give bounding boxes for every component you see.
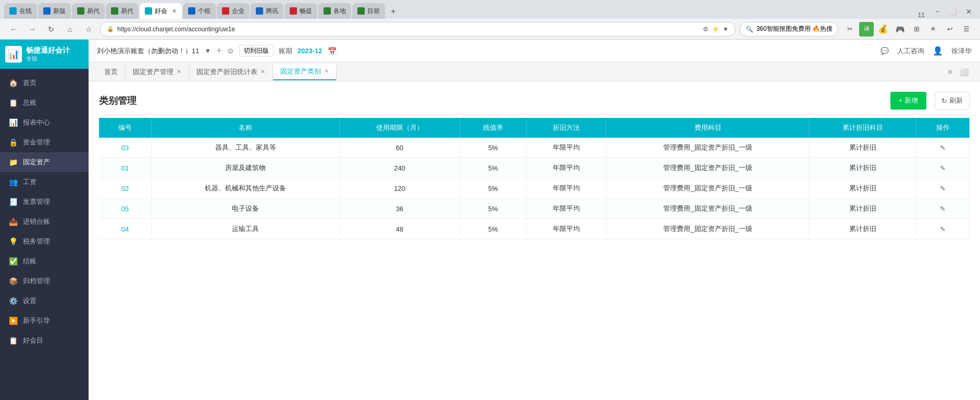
app-tab-depreciation[interactable]: 固定资产折旧统计表 ✕ <box>189 64 273 80</box>
nav-logo: 📊 畅捷通好会计 专版 <box>0 40 89 69</box>
nav-item-closing[interactable]: ✅ 结账 <box>0 251 89 271</box>
tab-favicon-online <box>9 7 17 15</box>
top-bar: 刘小艳演示账套（勿删勿动！）11 ▼ + ⚙ 切到旧版 账期 2023-12 📅… <box>89 40 980 63</box>
app-tab-assets-mgmt[interactable]: 固定资产管理 ✕ <box>126 64 189 80</box>
nav-item-reports[interactable]: 📊 报表中心 <box>0 113 89 132</box>
tab-favicon-gedi <box>324 7 331 15</box>
search-box[interactable]: 🔍 360智能抠图免费用 🔥热搜 <box>740 22 838 37</box>
minimize-button[interactable]: − <box>930 4 945 19</box>
menu-icon[interactable]: ☰ <box>959 22 974 37</box>
archive-nav-icon: 📦 <box>8 276 18 286</box>
header-actions: + 新增 ↻ 刷新 <box>890 92 970 110</box>
calendar-icon[interactable]: 📅 <box>328 47 337 55</box>
url-bar[interactable]: 🔒 https://cloud.chanjet.com/accounting/u… <box>100 22 736 37</box>
main-content: 类别管理 + 新增 ↻ 刷新 编号 名称 使用期限（月） 残值率 <box>89 81 980 400</box>
browser-tab-changt[interactable]: 畅提 <box>284 3 317 19</box>
nav-item-haohui[interactable]: 📋 好会目 <box>0 331 89 350</box>
forward-button[interactable]: → <box>25 22 40 37</box>
new-tab-button[interactable]: + <box>386 4 401 19</box>
nav-item-ledger[interactable]: 📋 总账 <box>0 93 89 113</box>
cell-action[interactable]: ✎ <box>916 178 970 199</box>
back-button[interactable]: ← <box>6 22 21 37</box>
home-button[interactable]: ⌂ <box>63 22 77 37</box>
stock-nav-icon: 📥 <box>8 217 18 226</box>
browser-tab-online[interactable]: 在线 <box>4 3 37 19</box>
browser-tab-qiye[interactable]: 企业 <box>217 3 250 19</box>
tab-bar: 在线 新版 易代 易代 好会 ✕ 个税 企业 腾讯 <box>0 0 980 19</box>
wallet-icon[interactable]: 💰 <box>876 22 890 37</box>
refresh-button[interactable]: ↻ 刷新 <box>935 92 970 110</box>
game-icon[interactable]: 🎮 <box>892 22 907 37</box>
grid-icon[interactable]: ⊞ <box>909 22 924 37</box>
tab-favicon-changt <box>290 7 297 15</box>
user-avatar-icon: 👤 <box>933 46 943 56</box>
undo-icon[interactable]: ↩ <box>942 22 957 37</box>
site-info-icon[interactable]: ⚙ <box>703 26 709 33</box>
dropdown-icon[interactable]: ▼ <box>723 26 729 33</box>
app-tab-category-close[interactable]: ✕ <box>324 68 329 75</box>
nav-item-tax[interactable]: 💡 税务管理 <box>0 232 89 251</box>
cell-rate: 5% <box>460 158 527 178</box>
cell-action[interactable]: ✎ <box>916 158 970 178</box>
app-tab-assets-mgmt-label: 固定资产管理 <box>133 67 173 77</box>
brightness-icon[interactable]: ☀ <box>926 22 940 37</box>
tab-label-yidai1: 易代 <box>87 7 100 16</box>
switch-old-btn[interactable]: 切到旧版 <box>239 45 274 57</box>
browser-tab-yidai2[interactable]: 易代 <box>106 3 139 19</box>
cell-depreciation: 累计折旧 <box>809 158 916 178</box>
tab-close-active[interactable]: ✕ <box>172 8 177 15</box>
translate-icon[interactable]: 译 <box>859 22 874 37</box>
tab-favicon-new <box>43 7 51 15</box>
dropdown-arrow[interactable]: ▼ <box>204 47 211 55</box>
nav-item-salary[interactable]: 👥 工资 <box>0 172 89 192</box>
browser-tab-yidai1[interactable]: 易代 <box>72 3 105 19</box>
browser-tab-active[interactable]: 好会 ✕ <box>140 3 182 19</box>
app-tab-depreciation-close[interactable]: ✕ <box>260 68 265 75</box>
table-row: 03器具、工具、家具等605%年限平均管理费用_固定资产折旧_一级累计折旧✎ <box>99 138 970 158</box>
browser-tab-muqian[interactable]: 目前 <box>352 3 385 19</box>
cell-id: 05 <box>99 199 152 219</box>
support-icon: 💬 <box>880 47 889 55</box>
nav-item-invoice[interactable]: 🧾 发票管理 <box>0 192 89 212</box>
bookmark-button[interactable]: ☆ <box>81 22 96 37</box>
app-tab-home[interactable]: 首页 <box>97 64 126 80</box>
nav-item-stock[interactable]: 📥 进销台账 <box>0 212 89 232</box>
cell-expense: 管理费用_固定资产折旧_一级 <box>606 178 810 199</box>
tab-label-geshui: 个税 <box>198 7 210 16</box>
cell-action[interactable]: ✎ <box>916 199 970 219</box>
col-action: 操作 <box>916 118 970 138</box>
browser-tab-gedi[interactable]: 各地 <box>318 3 351 19</box>
support-label[interactable]: 人工咨询 <box>897 46 924 56</box>
cell-method: 年限平均 <box>526 138 606 158</box>
maximize-button[interactable]: ⬜ <box>946 4 960 19</box>
add-account-btn[interactable]: + <box>216 45 222 56</box>
cell-action[interactable]: ✎ <box>916 138 970 158</box>
tab-collapse-btn[interactable]: ✕ <box>944 68 957 76</box>
scissors-icon[interactable]: ✂ <box>842 22 857 37</box>
nav-item-settings[interactable]: ⚙️ 设置 <box>0 291 89 311</box>
table-row: 01房屋及建筑物2405%年限平均管理费用_固定资产折旧_一级累计折旧✎ <box>99 158 970 178</box>
browser-tab-tengxun[interactable]: 腾讯 <box>251 3 283 19</box>
tab-label-new: 新版 <box>53 7 66 16</box>
app-tab-assets-mgmt-close[interactable]: ✕ <box>177 68 181 75</box>
home-nav-icon: 🏠 <box>8 78 18 88</box>
settings-btn[interactable]: ⚙ <box>227 47 234 55</box>
nav-item-guide[interactable]: ▶️ 新手引导 <box>0 311 89 331</box>
cell-action[interactable]: ✎ <box>916 219 970 239</box>
new-button[interactable]: + 新增 <box>890 92 926 110</box>
cell-id: 02 <box>99 178 152 199</box>
reload-button[interactable]: ↻ <box>44 22 58 37</box>
browser-tab-geshui[interactable]: 个税 <box>183 3 216 19</box>
browser-tab-new[interactable]: 新版 <box>38 3 71 19</box>
nav-item-home[interactable]: 🏠 首页 <box>0 73 89 93</box>
funds-nav-icon: 🔒 <box>8 138 18 147</box>
close-window-button[interactable]: ✕ <box>961 4 976 19</box>
app-tab-category[interactable]: 固定资产类别 ✕ <box>273 64 337 80</box>
invoice-nav-icon: 🧾 <box>8 197 18 207</box>
tab-expand-btn[interactable]: ⬜ <box>957 68 972 76</box>
nav-item-assets[interactable]: 📁 固定资产 <box>0 152 89 172</box>
stock-nav-label: 进销台账 <box>23 217 50 226</box>
nav-item-funds[interactable]: 🔒 资金管理 <box>0 132 89 152</box>
nav-item-archive[interactable]: 📦 归档管理 <box>0 271 89 291</box>
closing-nav-icon: ✅ <box>8 257 18 266</box>
